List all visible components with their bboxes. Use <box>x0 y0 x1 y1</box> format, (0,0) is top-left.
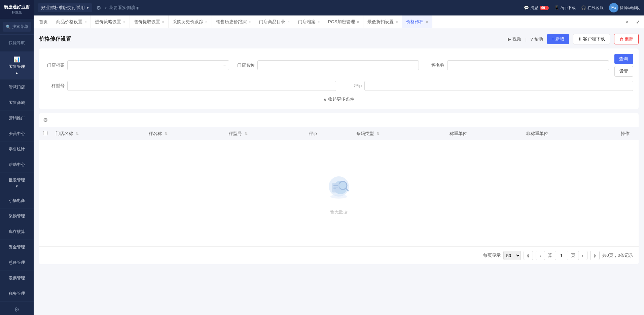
scale-name-input[interactable] <box>447 60 609 70</box>
tab-sale-extract-close[interactable]: × <box>162 20 164 24</box>
setting-button[interactable]: 设置 <box>614 66 633 77</box>
tab-price-setting[interactable]: 商品价格设置 × <box>52 15 91 28</box>
sidebar-item-inventory[interactable]: 库存核算 <box>0 224 34 240</box>
demo-label: 我要看实例演示 <box>109 5 140 11</box>
page-number-input[interactable] <box>555 251 568 260</box>
last-page-button[interactable]: ⟫ <box>590 251 600 260</box>
svg-point-2 <box>330 195 347 199</box>
sidebar-item-marketing[interactable]: 营销推广 <box>0 111 34 126</box>
gear-icon[interactable]: ⚙ <box>96 5 101 11</box>
prev-page-button[interactable]: ‹ <box>536 251 545 260</box>
sidebar-item-member[interactable]: 会员中心 <box>0 126 34 142</box>
tab-expand-button[interactable]: ⤢ <box>633 17 643 27</box>
delete-label: 删除 <box>625 36 634 42</box>
user-name: 徐泽华修改 <box>620 5 640 11</box>
tab-purchase-strategy-close[interactable]: × <box>123 20 125 24</box>
tab-sale-extract[interactable]: 售价提取设置 × <box>130 15 169 28</box>
tab-price-scale[interactable]: 价格传秤 × <box>402 15 432 28</box>
table-gear-icon[interactable]: ⚙ <box>43 117 48 123</box>
store-file-input[interactable] <box>67 60 229 70</box>
online-service-button[interactable]: 🎧 在线客服 <box>581 5 604 11</box>
first-page-button[interactable]: ⟪ <box>524 251 533 260</box>
tab-pos-manage-label: POS加密管理 <box>328 19 355 25</box>
non-weight-unit-col-label: 非称重单位 <box>526 131 548 136</box>
messages-badge: 99+ <box>540 6 549 10</box>
sort-icon: ⇅ <box>165 132 168 136</box>
tab-store-catalog-close[interactable]: × <box>287 20 289 24</box>
sidebar-item-finance[interactable]: 资金管理 <box>0 240 34 255</box>
tab-close-button[interactable]: × <box>622 17 632 27</box>
sidebar-search-area: 🔍 搜索菜单 <box>0 19 34 35</box>
tab-price-setting-close[interactable]: × <box>84 20 86 24</box>
scale-model-col-label: 秤型号 <box>229 131 242 136</box>
sidebar-item-accounting[interactable]: 总账管理 <box>0 255 34 271</box>
search-menu-button[interactable]: 🔍 搜索菜单 <box>3 22 31 32</box>
download-button[interactable]: ⬇ 客户端下载 <box>573 34 610 44</box>
tab-purchase-strategy-label: 进价策略设置 <box>95 19 121 25</box>
empty-state: 暂无数据 <box>43 144 635 242</box>
next-page-button[interactable]: › <box>578 251 587 260</box>
sidebar-item-retail-stats[interactable]: 零售统计 <box>0 142 34 157</box>
user-menu[interactable]: Ea 徐泽华修改 <box>609 3 640 12</box>
scale-name-label: 秤名称 <box>424 62 444 68</box>
sidebar-item-ecommerce[interactable]: 小畅电商 <box>0 193 34 209</box>
tab-store-catalog-label: 门店商品目录 <box>259 19 285 25</box>
header-weight-unit: 称重单位 <box>445 127 522 140</box>
header-checkbox-cell <box>39 127 51 140</box>
tab-pos-manage[interactable]: POS加密管理 × <box>324 15 363 28</box>
tab-sale-extract-label: 售价提取设置 <box>134 19 160 25</box>
tab-purchase-history-close[interactable]: × <box>205 20 207 24</box>
sidebar-item-retail[interactable]: 📊 零售管理 ▲ <box>0 51 34 80</box>
sidebar-item-wholesale[interactable]: 批发管理 ▼ <box>0 173 34 193</box>
tab-price-scale-close[interactable]: × <box>426 20 428 24</box>
header-scale-model: 秤型号 ⇅ <box>225 127 305 140</box>
help-link[interactable]: ? 帮助 <box>531 36 543 42</box>
add-button[interactable]: + 新增 <box>547 34 569 44</box>
scale-model-input[interactable] <box>67 81 336 91</box>
tab-min-discount-close[interactable]: × <box>396 20 398 24</box>
table-container: ⚙ 门店名称 ⇅ 秤名称 <box>39 113 639 264</box>
quick-nav-button[interactable]: 快捷导航 <box>3 38 31 48</box>
accounting-label: 总账管理 <box>9 260 25 266</box>
video-label: 视频 <box>512 36 521 42</box>
tab-store-file-label: 门店档案 <box>298 19 316 25</box>
demo-button[interactable]: ○ 我要看实例演示 <box>105 5 140 11</box>
sidebar-item-invoice[interactable]: 发票管理 <box>0 271 34 286</box>
tab-purchase-strategy[interactable]: 进价策略设置 × <box>91 15 130 28</box>
tab-sale-history[interactable]: 销售历史价跟踪 × <box>212 15 255 28</box>
version-selector[interactable]: 好业财标准版交付试用 ▾ <box>38 3 92 12</box>
ellipsis-icon[interactable]: ··· <box>223 63 226 68</box>
sidebar-item-purchase[interactable]: 采购管理 <box>0 209 34 224</box>
scale-ip-input[interactable] <box>364 81 633 91</box>
pagination: 每页显示 50 10 20 100 ⟪ ‹ 算 页 <box>39 246 639 264</box>
settings-icon[interactable]: ⚙ <box>14 306 20 313</box>
delete-button[interactable]: 🗑 删除 <box>614 34 639 44</box>
query-button[interactable]: 查询 <box>614 54 633 64</box>
finance-label: 资金管理 <box>9 244 25 250</box>
tab-min-discount[interactable]: 最低折扣设置 × <box>363 15 402 28</box>
tab-sale-history-close[interactable]: × <box>249 20 251 24</box>
empty-state-cell: 暂无数据 <box>39 140 639 246</box>
query-label: 查询 <box>619 56 628 62</box>
select-all-checkbox[interactable] <box>43 131 47 135</box>
store-name-input[interactable] <box>257 60 419 70</box>
sidebar-item-tax[interactable]: 税务管理 <box>0 286 34 302</box>
tab-store-catalog[interactable]: 门店商品目录 × <box>255 15 294 28</box>
sidebar-item-smart-store[interactable]: 智慧门店 <box>0 80 34 95</box>
tab-store-file[interactable]: 门店档案 × <box>294 15 324 28</box>
page-title: 价格传秤设置 <box>39 36 71 43</box>
tab-store-file-close[interactable]: × <box>318 20 320 24</box>
tab-purchase-history[interactable]: 采购历史价跟踪 × <box>169 15 212 28</box>
messages-button[interactable]: 💬 消息 99+ <box>524 5 549 11</box>
search-icon: 🔍 <box>6 25 11 29</box>
app-download-button[interactable]: 📱 App下载 <box>554 5 576 11</box>
sidebar-item-retail-mall[interactable]: 零售商城 <box>0 95 34 111</box>
tab-home[interactable]: 首页 <box>35 15 52 28</box>
tab-sale-history-label: 销售历史价跟踪 <box>216 19 247 25</box>
video-link[interactable]: ▶ 视频 <box>508 36 521 42</box>
per-page-select[interactable]: 50 10 20 100 <box>503 251 521 260</box>
filter-collapse-btn[interactable]: ∧ 收起更多条件 <box>44 95 633 104</box>
sidebar-item-help[interactable]: 帮助中心 <box>0 157 34 173</box>
wholesale-label: 批发管理 <box>9 177 25 183</box>
tab-pos-manage-close[interactable]: × <box>357 20 359 24</box>
